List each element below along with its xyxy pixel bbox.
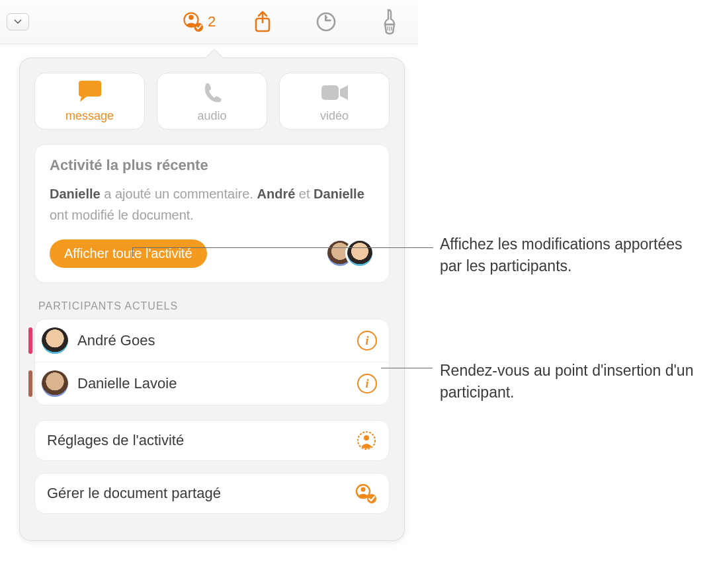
activity-settings-button[interactable]: Réglages de l'activité — [34, 420, 390, 461]
toolbar: 2 — [0, 0, 418, 44]
video-label: vidéo — [320, 109, 349, 123]
activity-user: Danielle — [314, 187, 364, 201]
activity-fragment: ont modifié le document. — [50, 208, 194, 222]
contact-actions: message audio vidéo — [34, 73, 390, 130]
share-icon — [253, 10, 273, 34]
activity-user: Danielle — [50, 187, 101, 201]
brush-icon — [380, 9, 400, 35]
activity-avatars — [325, 239, 374, 268]
participant-row[interactable]: Danielle Lavoie i — [35, 362, 389, 405]
leader-line — [132, 247, 433, 248]
participants-list: André Goes i Danielle Lavoie i — [34, 319, 390, 405]
undo-icon — [315, 11, 337, 33]
message-button[interactable]: message — [34, 73, 145, 130]
leader-line — [132, 247, 133, 257]
callout-participant: Rendez-vous au point d'insertion d'un pa… — [440, 360, 704, 404]
participant-name: André Goes — [77, 332, 348, 349]
video-icon — [320, 83, 349, 103]
cursor-color-indicator — [28, 370, 32, 397]
format-brush-button[interactable] — [373, 5, 406, 39]
video-button[interactable]: vidéo — [279, 73, 390, 130]
info-icon[interactable]: i — [357, 374, 377, 394]
info-icon[interactable]: i — [357, 331, 377, 351]
gear-person-icon — [356, 430, 377, 451]
avatar — [345, 239, 374, 268]
view-options-dropdown[interactable] — [7, 13, 29, 30]
participants-header: PARTICIPANTS ACTUELS — [38, 300, 390, 312]
svg-point-1 — [189, 15, 194, 21]
activity-card: Activité la plus récente Danielle a ajou… — [34, 144, 390, 283]
cursor-color-indicator — [28, 327, 32, 354]
svg-point-13 — [361, 487, 366, 492]
avatar — [42, 327, 68, 354]
activity-text: Danielle a ajouté un commentaire. André … — [50, 183, 374, 226]
collaboration-button[interactable]: 2 — [181, 10, 216, 34]
callout-activity: Affichez les modifications apportées par… — [440, 233, 704, 278]
activity-settings-label: Réglages de l'activité — [47, 432, 184, 449]
svg-point-11 — [364, 435, 369, 441]
collaboration-count: 2 — [208, 13, 216, 30]
show-all-activity-button[interactable]: Afficher toute l'activité — [50, 239, 207, 268]
manage-shared-label: Gérer le document partagé — [47, 485, 221, 502]
svg-rect-9 — [321, 85, 339, 100]
phone-icon — [201, 81, 224, 104]
message-icon — [76, 81, 104, 105]
message-label: message — [65, 109, 114, 123]
audio-button[interactable]: audio — [157, 73, 267, 130]
collaboration-icon — [181, 10, 205, 34]
collaboration-popover: message audio vidéo Activité la plus réc… — [19, 58, 405, 541]
manage-shared-button[interactable]: Gérer le document partagé — [34, 473, 390, 514]
share-button[interactable] — [246, 5, 279, 39]
activity-fragment: et — [295, 187, 314, 201]
participant-name: Danielle Lavoie — [77, 375, 348, 392]
avatar — [42, 370, 68, 397]
activity-user: André — [257, 187, 296, 201]
leader-line — [381, 368, 433, 368]
activity-title: Activité la plus récente — [50, 157, 374, 174]
manage-share-icon — [355, 483, 377, 504]
participant-row[interactable]: André Goes i — [35, 319, 389, 362]
undo-button[interactable] — [310, 5, 343, 39]
activity-fragment: a ajouté un commentaire. — [101, 187, 257, 201]
audio-label: audio — [197, 109, 226, 123]
